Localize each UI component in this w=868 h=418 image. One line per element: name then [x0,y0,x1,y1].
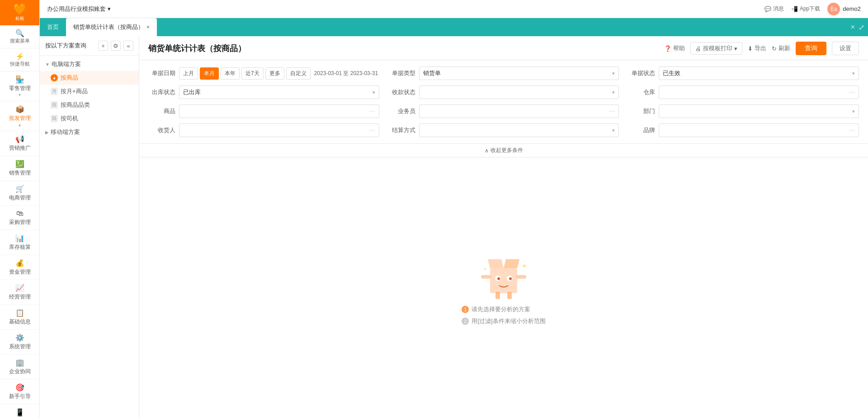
warehouse-input[interactable]: ··· [659,86,859,99]
quick-nav-label: 快捷导航 [2,61,38,67]
salesperson-control: ··· [419,104,619,118]
product-input[interactable]: ··· [179,104,379,118]
message-icon: 💬 [764,6,771,12]
tree-item-by-month-product[interactable]: 月 按月+商品 [40,85,139,98]
tree-item-by-company[interactable]: 回 按司机 [40,112,139,125]
sidebar-item-purchase-label: 采购管理 [9,218,31,226]
out-status-select[interactable]: 已出库 ▾ [179,86,379,99]
date-btn-last-month[interactable]: 上月 [179,67,198,80]
app-download-btn[interactable]: 📲 App下载 [791,5,820,13]
industry-selector[interactable]: 办公用品行业模拟账套 ▾ [47,5,111,13]
tab-maximize-btn[interactable]: ⤢ [859,23,864,32]
date-range-text: 2023-03-01 至 2023-03-31 [314,70,378,77]
filter-item-payment-status: 收款状态 ▾ [388,86,619,99]
tab-minimize-btn[interactable]: × [851,23,855,31]
page-actions: ❓ 帮助 🖨 按模板打印 ▾ ⬇ 导出 ↻ [664,42,859,55]
user-section[interactable]: Ea demo2 [827,3,861,15]
settings-button[interactable]: 设置 [832,42,859,55]
tree-item-by-product[interactable]: ● 按商品 [40,71,139,85]
avatar: Ea [827,3,840,15]
svg-rect-0 [490,268,517,293]
filter-item-receiver: 收货人 ··· [148,124,379,137]
filter-item-doc-type: 单据类型 销货单 ▾ [388,66,619,80]
doc-type-arrow-icon: ▾ [612,71,615,76]
message-btn[interactable]: 💬 消息 [764,5,784,13]
department-select[interactable]: ▾ [659,104,859,118]
refresh-btn[interactable]: ↻ 刷新 [772,44,790,52]
sidebar-item-purchase[interactable]: 🛍 采购管理 [0,206,39,230]
search-menu-item[interactable]: 🔍 搜索菜单 [0,25,39,48]
empty-tip-2: 2 用[过滤]条件来缩小分析范围 [462,317,545,325]
brand-input[interactable]: ··· [659,124,859,137]
template-print-btn[interactable]: 🖨 按模板打印 ▾ [690,42,742,55]
tree-mobile-group[interactable]: ▶ 移动端方案 [40,125,139,139]
payment-status-select[interactable]: ▾ [419,86,619,99]
collapse-panel-btn[interactable]: « [123,41,133,51]
sidebar-item-enterprise[interactable]: 🏢 企业协同 [0,355,39,380]
settings-scheme-btn[interactable]: ⚙ [111,41,121,51]
collapse-btn[interactable]: ∧ 收起更多条件 [485,147,523,154]
out-status-label: 出库状态 [148,88,175,96]
svg-text:✦: ✦ [522,262,527,270]
doc-type-label: 单据类型 [388,69,415,77]
sidebar-item-inventory-label: 库存核算 [9,243,31,251]
receiver-input[interactable]: ··· [179,124,379,137]
doc-type-select[interactable]: 销货单 ▾ [419,66,619,80]
sidebar-item-inventory[interactable]: 📊 库存核算 [0,230,39,255]
sidebar-item-retail[interactable]: 🏪 零售管理 ▾ [0,71,39,101]
sidebar-item-wholesale-label: 批发管理 [9,114,31,122]
tab-active-label: 销货单统计计表（按商品） [73,23,144,31]
export-btn[interactable]: ⬇ 导出 [748,44,766,52]
purchase-icon: 🛍 [16,209,24,218]
sidebar-item-operations[interactable]: 📈 经营管理 [0,280,39,305]
industry-arrow-icon: ▾ [108,5,111,12]
product-label: 商品 [148,107,175,115]
guide-icon: 🎯 [15,383,24,392]
settlement-select[interactable]: ▾ [419,124,619,137]
sidebar-item-marketing[interactable]: 📢 营销推广 [0,131,39,156]
sidebar-item-sales-label: 销售管理 [9,169,31,177]
by-company-icon: 回 [51,115,58,122]
tree-item-by-product-category[interactable]: 回 按商品品类 [40,98,139,112]
quick-nav-item[interactable]: ⚡ 快捷导航 [0,48,39,71]
tree-pc-group[interactable]: ▼ 电脑端方案 [40,57,139,71]
query-button[interactable]: 查询 [796,42,826,55]
out-status-arrow-icon: ▾ [373,90,375,95]
sidebar-item-wholesale[interactable]: 📦 批发管理 ▴ [0,101,39,131]
page-title: 销货单统计计表（按商品） [148,43,246,54]
date-btn-this-month[interactable]: 本月 [200,67,219,80]
help-btn[interactable]: ❓ 帮助 [664,44,685,52]
sales-icon: 💹 [15,160,24,168]
settlement-arrow-icon: ▾ [612,128,615,133]
wholesale-expand-icon: ▴ [19,122,21,127]
operations-icon: 📈 [15,284,24,292]
receiver-label: 收货人 [148,126,175,134]
retail-expand-icon: ▾ [19,92,21,97]
by-product-active-icon: ● [51,74,58,81]
salesperson-label: 业务员 [388,107,415,115]
svg-marker-1 [488,259,504,268]
date-btn-more[interactable]: 更多 [265,67,284,80]
salesperson-input[interactable]: ··· [419,104,619,118]
sidebar-item-guide[interactable]: 🎯 新手引导 [0,380,39,404]
tree-expand-icon: ▼ [45,62,50,67]
tab-close-icon[interactable]: × [146,24,150,30]
date-btn-this-year[interactable]: 本年 [221,67,240,80]
page-title-row: 销货单统计计表（按商品） ❓ 帮助 🖨 按模板打印 ▾ ⬇ [148,42,859,60]
date-btn-7days[interactable]: 近7天 [241,67,264,80]
sidebar-item-finance[interactable]: 💰 资金管理 [0,255,39,280]
tab-home[interactable]: 首页 [40,18,66,36]
sidebar-item-basic[interactable]: 📋 基础信息 [0,305,39,330]
settings-icon: ⚙ [113,43,118,49]
doc-status-select[interactable]: 已生效 ▾ [659,66,859,80]
empty-state: ✦ ✦ 1 请先选择要分析的方案 2 用[过滤]条件来缩小分析范围 [139,157,868,418]
sidebar-item-sales[interactable]: 💹 销售管理 [0,156,39,181]
tree-pc-group-label: 电脑端方案 [52,60,81,68]
add-scheme-btn[interactable]: + [98,41,108,51]
tab-active[interactable]: 销货单统计计表（按商品） × [66,18,157,36]
sidebar-item-apps[interactable]: 📱 应用中心 [0,404,39,418]
sidebar-item-ecommerce[interactable]: 🛒 电商管理 [0,181,39,206]
sidebar-item-system[interactable]: ⚙️ 系统管理 [0,330,39,355]
date-btn-custom[interactable]: 自定义 [286,67,311,80]
filter-row-3: 商品 ··· 业务员 [148,104,859,118]
